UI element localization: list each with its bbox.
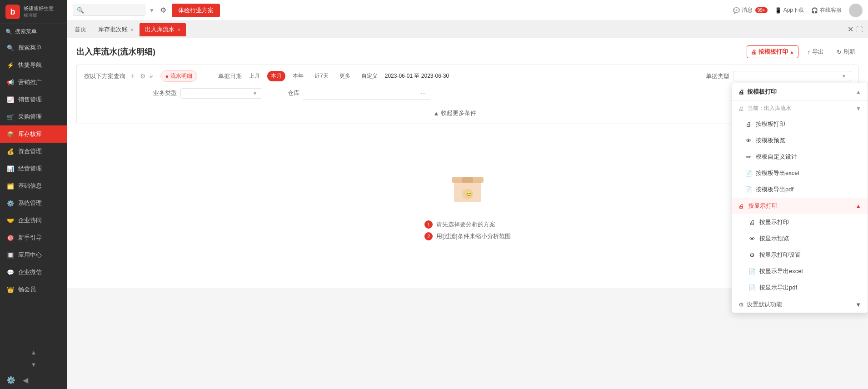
template-pdf-label: 按模板导出pdf (756, 185, 793, 194)
business-type-area: 业务类型 ▼ (153, 88, 262, 99)
tab-batch-account-close[interactable]: × (130, 27, 133, 32)
sidebar-scroll-down[interactable]: ▲ (0, 346, 67, 359)
sidebar-item-wechat[interactable]: 💬 企业微信 (0, 264, 67, 281)
sidebar-item-inventory[interactable]: 📦 库存核算 (0, 125, 67, 143)
sidebar-icon-quick-nav: ⚡ (6, 61, 15, 69)
date-option-7days[interactable]: 近7天 (311, 71, 332, 81)
refresh-button[interactable]: ↻ 刷新 (833, 46, 859, 58)
dropdown-footer[interactable]: ⚙ 设置默认功能 ▼ (732, 296, 868, 313)
tab-inout-flow-label: 出入库流水 (145, 25, 175, 34)
date-option-last-month[interactable]: 上月 (245, 71, 264, 81)
export-button[interactable]: ↑ 导出 (804, 46, 828, 58)
active-filter-label: 流水明细 (170, 72, 192, 80)
collapse-up-icon: ▲ (434, 110, 439, 117)
topbar-app-download[interactable]: 📱 App下载 (775, 6, 804, 14)
topbar-online-service[interactable]: 🎧 在线客服 (811, 6, 842, 14)
sidebar-label-enterprise: 企业协同 (18, 216, 42, 224)
sidebar-search-item[interactable]: 🔍 搜索菜单 (0, 24, 67, 39)
collapse-icon[interactable]: ◀ (23, 376, 28, 384)
topbar-search-box[interactable]: 🔍 (73, 5, 145, 16)
sidebar-scroll-up[interactable]: ▼ (0, 359, 67, 371)
sidebar-item-basic[interactable]: 🗂️ 基础信息 (0, 177, 67, 194)
warehouse-area: 仓库 ··· (288, 87, 430, 100)
dropdown-item-template-preview[interactable]: 👁 按模板预览 (732, 132, 868, 149)
sidebar-item-purchase[interactable]: 🛒 采购管理 (0, 108, 67, 125)
tab-batch-account[interactable]: 库存批次账 × (93, 23, 139, 36)
dropdown-item-template-pdf[interactable]: 📄 按模板导出pdf (732, 181, 868, 198)
sidebar-item-member[interactable]: 👑 畅会员 (0, 281, 67, 298)
user-avatar[interactable] (849, 4, 863, 17)
dropdown-display-print-section[interactable]: 🖨 按显示打印 ▲ (732, 198, 868, 214)
dropdown-sub-display-excel[interactable]: 📄 按显示导出excel (732, 263, 868, 279)
sidebar-icon-wechat: 💬 (6, 268, 15, 276)
display-print-section-chevron: ▲ (855, 203, 861, 209)
warehouse-select[interactable]: ··· (303, 87, 430, 100)
topbar-message[interactable]: 💬 消息 99+ (733, 6, 768, 14)
topbar-dropdown-chevron[interactable]: ▼ (149, 7, 155, 14)
dropdown-sub-display-settings[interactable]: ⚙ 按显示打印设置 (732, 247, 868, 263)
dropdown-item-template-print[interactable]: 🖨 按模板打印 (732, 116, 868, 132)
date-option-this-year[interactable]: 本年 (289, 71, 307, 81)
filter-settings-icon[interactable]: ⚙ (140, 73, 146, 80)
sidebar-item-newbie[interactable]: 🎯 新手引导 (0, 229, 67, 246)
collapse-button[interactable]: ▲ 收起更多条件 (434, 109, 477, 117)
sidebar-label-basic: 基础信息 (18, 182, 42, 190)
sidebar-logo-text-block: 畅捷通好生意 标准版 (24, 5, 54, 18)
display-print-section-label: 按显示打印 (748, 202, 778, 210)
date-option-custom[interactable]: 自定义 (358, 71, 381, 81)
sidebar-item-quick-nav[interactable]: ⚡ 快捷导航 (0, 56, 67, 74)
dropdown-item-template-custom[interactable]: ✏ 模板自定义设计 (732, 149, 868, 165)
sidebar-item-system[interactable]: ⚙️ 系统管理 (0, 194, 67, 212)
tab-inout-flow-close[interactable]: × (177, 27, 180, 32)
print-template-button[interactable]: 🖨 按模板打印 ▲ (747, 45, 798, 58)
voucher-type-select[interactable]: ▼ (733, 71, 851, 81)
sidebar-item-operation[interactable]: 📊 经营管理 (0, 160, 67, 177)
date-option-more[interactable]: 更多 (336, 71, 354, 81)
sidebar-item-enterprise[interactable]: 🤝 企业协同 (0, 212, 67, 229)
dropdown-current-chevron[interactable]: ▼ (856, 105, 861, 112)
dropdown-current-section: 🖨 当前：出入库流水 ▼ (732, 101, 868, 116)
sidebar-item-search[interactable]: 🔍 搜索菜单 (0, 39, 67, 56)
dropdown-sub-display-preview[interactable]: 👁 按显示预览 (732, 230, 868, 247)
dropdown-header-chevron[interactable]: ▲ (855, 89, 861, 95)
dropdown-item-template-excel[interactable]: 📄 按模板导出excel (732, 165, 868, 181)
topbar-search-input[interactable] (86, 7, 141, 14)
tab-close-main-icon[interactable]: ✕ (848, 25, 853, 34)
sidebar-icon-finance: 💰 (6, 147, 15, 155)
empty-step-2: 2 用[过滤]条件来缩小分析范围 (424, 232, 510, 240)
sidebar-label-search: 搜索菜单 (18, 44, 42, 52)
sidebar-label-finance: 资金管理 (18, 147, 42, 155)
display-pdf-icon: 📄 (748, 284, 756, 291)
warehouse-more-icon: ··· (420, 90, 426, 97)
dropdown-sub-display-print[interactable]: 🖨 按显示打印 (732, 214, 868, 230)
tab-expand-icon[interactable]: ⛶ (856, 26, 863, 33)
trial-button[interactable]: 体验行业方案 (172, 4, 220, 17)
sidebar-item-sales[interactable]: 📈 销售管理 (0, 91, 67, 108)
template-custom-label: 模板自定义设计 (756, 153, 797, 161)
dropdown-current-label: 当前：出入库流水 (748, 105, 791, 112)
filter-collapse-icon[interactable]: « (150, 73, 153, 80)
tab-bar: 首页 库存批次账 × 出入库流水 × ✕ ⛶ (67, 21, 868, 38)
template-excel-icon: 📄 (745, 170, 752, 177)
topbar-gear-icon[interactable]: ⚙ (160, 6, 166, 15)
business-type-select[interactable]: ▼ (180, 88, 262, 99)
sidebar-item-finance[interactable]: 💰 资金管理 (0, 143, 67, 160)
tab-inout-flow[interactable]: 出入库流水 × (140, 23, 185, 36)
filter-active-tag[interactable]: ● 流水明细 (160, 70, 197, 82)
business-type-chevron: ▼ (253, 91, 257, 96)
page-title: 出入库流水(流水明细) (76, 46, 155, 57)
date-range-display: 2023-06-01 至 2023-06-30 (385, 72, 449, 80)
filter-add-icon[interactable]: ＋ (129, 71, 136, 81)
empty-steps-list: 1 请先选择要分析的方案 2 用[过滤]条件来缩小分析范围 (424, 220, 510, 244)
settings-icon[interactable]: ⚙️ (6, 376, 15, 384)
date-option-this-month[interactable]: 本月 (267, 71, 285, 81)
tab-batch-account-label: 库存批次账 (98, 25, 128, 34)
dropdown-sub-display-pdf[interactable]: 📄 按显示导出pdf (732, 279, 868, 296)
sidebar-item-appcenter[interactable]: 🔲 应用中心 (0, 246, 67, 264)
display-settings-label: 按显示打印设置 (759, 251, 801, 259)
tab-home[interactable]: 首页 (69, 23, 92, 36)
sidebar-label-wechat: 企业微信 (18, 268, 42, 276)
app-download-icon: 📱 (775, 7, 782, 14)
sidebar-item-marketing[interactable]: 📢 营销推广 (0, 74, 67, 91)
sidebar-label-marketing: 营销推广 (18, 78, 42, 86)
